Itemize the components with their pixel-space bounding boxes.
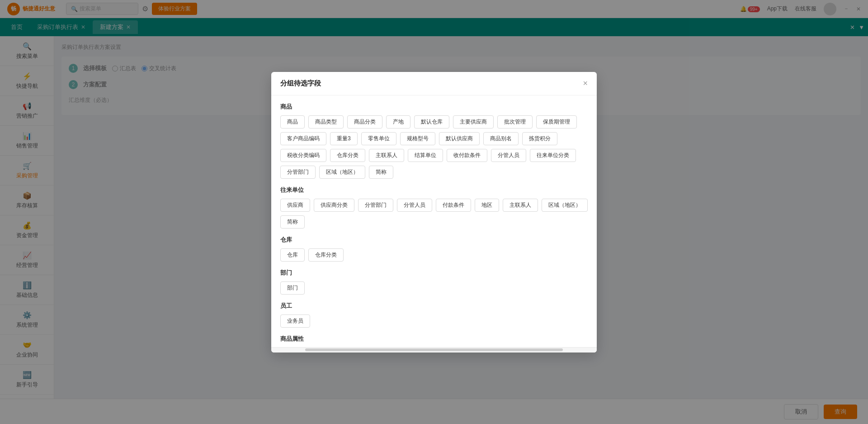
tag-goods-11[interactable]: 规格型号	[400, 132, 435, 145]
modal-hscroll-thumb	[305, 348, 563, 351]
tag-warehouse-0[interactable]: 仓库	[280, 248, 305, 262]
tag-goods-10[interactable]: 零售单位	[361, 132, 396, 145]
tag-counterparty-2[interactable]: 分管部门	[358, 199, 393, 212]
tag-counterparty-3[interactable]: 分管人员	[397, 199, 432, 212]
tag-counterparty-6[interactable]: 主联系人	[503, 199, 538, 212]
tag-counterparty-1[interactable]: 供应商分类	[314, 199, 354, 212]
tag-warehouse-1[interactable]: 仓库分类	[308, 248, 344, 262]
tag-goods-7[interactable]: 保质期管理	[536, 115, 577, 129]
section-title-counterparty: 往来单位	[280, 186, 588, 194]
tag-goods-12[interactable]: 默认供应商	[439, 132, 480, 145]
section-title-product_attr: 商品属性	[280, 335, 588, 343]
tag-goods-19[interactable]: 收付款条件	[447, 149, 487, 162]
modal-horizontal-scrollbar[interactable]	[271, 347, 597, 353]
modal-dialog: 分组待选字段 × 商品商品商品类型商品分类产地默认仓库主要供应商批次管理保质期管…	[271, 72, 597, 353]
tag-goods-13[interactable]: 商品别名	[483, 132, 519, 145]
tag-goods-0[interactable]: 商品	[280, 115, 305, 129]
tag-group-department: 部门	[280, 281, 588, 295]
tag-employee-0[interactable]: 业务员	[280, 314, 310, 328]
tag-goods-15[interactable]: 税收分类编码	[280, 149, 326, 162]
tag-goods-2[interactable]: 商品分类	[347, 115, 382, 129]
section-title-warehouse: 仓库	[280, 236, 588, 244]
tag-goods-23[interactable]: 区域（地区）	[319, 166, 365, 179]
tag-goods-1[interactable]: 商品类型	[308, 115, 344, 129]
tag-department-0[interactable]: 部门	[280, 281, 305, 295]
tag-goods-18[interactable]: 结算单位	[408, 149, 443, 162]
tag-counterparty-7[interactable]: 区域（地区）	[542, 199, 588, 212]
tag-goods-5[interactable]: 主要供应商	[453, 115, 494, 129]
tag-goods-22[interactable]: 分管部门	[280, 166, 316, 179]
tag-counterparty-5[interactable]: 地区	[475, 199, 499, 212]
tag-goods-20[interactable]: 分管人员	[491, 149, 526, 162]
tag-goods-8[interactable]: 客户商品编码	[280, 132, 326, 145]
tag-goods-16[interactable]: 仓库分类	[330, 149, 365, 162]
tag-counterparty-0[interactable]: 供应商	[280, 199, 310, 212]
tag-goods-21[interactable]: 往来单位分类	[530, 149, 576, 162]
tag-group-counterparty: 供应商供应商分类分管部门分管人员付款条件地区主联系人区域（地区）简称	[280, 199, 588, 229]
modal-title: 分组待选字段	[280, 79, 321, 88]
tag-goods-24[interactable]: 简称	[369, 166, 393, 179]
tag-group-goods: 商品商品类型商品分类产地默认仓库主要供应商批次管理保质期管理客户商品编码重量3零…	[280, 115, 588, 179]
tag-goods-3[interactable]: 产地	[386, 115, 410, 129]
section-title-department: 部门	[280, 269, 588, 277]
tag-goods-9[interactable]: 重量3	[330, 132, 358, 145]
tag-group-employee: 业务员	[280, 314, 588, 328]
modal-overlay: 分组待选字段 × 商品商品商品类型商品分类产地默认仓库主要供应商批次管理保质期管…	[0, 0, 868, 424]
tag-goods-4[interactable]: 默认仓库	[414, 115, 449, 129]
tag-goods-17[interactable]: 主联系人	[369, 149, 404, 162]
tag-counterparty-8[interactable]: 简称	[280, 215, 305, 229]
modal-body[interactable]: 商品商品商品类型商品分类产地默认仓库主要供应商批次管理保质期管理客户商品编码重量…	[271, 95, 597, 347]
tag-group-warehouse: 仓库仓库分类	[280, 248, 588, 262]
tag-counterparty-4[interactable]: 付款条件	[436, 199, 471, 212]
section-title-employee: 员工	[280, 302, 588, 310]
modal-close-button[interactable]: ×	[583, 79, 588, 87]
modal-header: 分组待选字段 ×	[271, 72, 597, 95]
tag-goods-6[interactable]: 批次管理	[497, 115, 533, 129]
section-title-goods: 商品	[280, 103, 588, 111]
tag-goods-14[interactable]: 拣货积分	[522, 132, 557, 145]
